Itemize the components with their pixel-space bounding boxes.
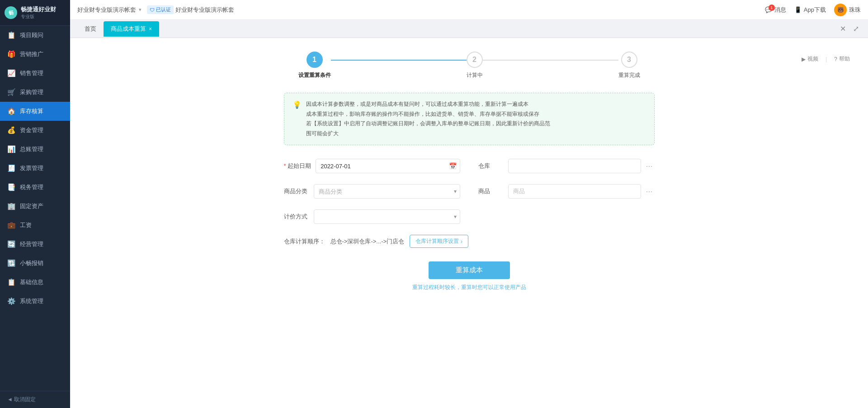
sidebar-item-tax[interactable]: 📑 税务管理 <box>0 178 70 197</box>
step-1: 1 设置重算条件 <box>298 52 331 79</box>
sidebar-item-accounting[interactable]: 📊 总账管理 <box>0 140 70 159</box>
step-2: 2 计算中 <box>467 52 483 79</box>
recalc-button[interactable]: 重算成本 <box>429 261 510 279</box>
help-icon: ? <box>834 56 837 62</box>
topbar-verified: 🛡 已认证 好业财专业版演示帐套 <box>147 5 234 14</box>
app-edition: 专业版 <box>21 14 56 20</box>
marketing-icon: 🎁 <box>7 50 15 58</box>
start-date-label: 起始日期 <box>284 162 311 170</box>
sidebar-item-marketing[interactable]: 🎁 营销推广 <box>0 45 70 64</box>
account-chevron-icon: ▾ <box>139 7 142 13</box>
app-download-action[interactable]: 📱 App下载 <box>794 6 826 14</box>
goods-label: 商品 <box>478 187 504 195</box>
sidebar-item-project[interactable]: 📋 项目顾问 <box>0 26 70 45</box>
warehouse-order-settings-button[interactable]: 仓库计算顺序设置 › <box>410 235 468 248</box>
step-2-label: 计算中 <box>467 71 483 79</box>
help-link[interactable]: ? 帮助 <box>834 55 850 63</box>
main-content: 好业财专业版演示帐套 ▾ 🛡 已认证 好业财专业版演示帐套 💬 1 消息 📱 A… <box>70 0 868 408</box>
tab-active-label: 商品成本重算 <box>111 25 146 33</box>
user-profile[interactable]: 🐻 珠珠 <box>834 4 861 16</box>
tab-cost-recalc[interactable]: 商品成本重算 × <box>104 21 159 37</box>
sidebar-item-label: 库存核算 <box>20 107 43 115</box>
info-line1: 因成本计算参数调整，或是对商品成本有疑问时，可以通过成本重算功能，重新计算一遍成… <box>306 100 550 109</box>
sidebar-item-label: 采购管理 <box>20 88 43 96</box>
sidebar-nav: 📋 项目顾问 🎁 营销推广 📈 销售管理 🛒 采购管理 🏠 库存核算 💰 资金管… <box>0 26 70 391</box>
sidebar-item-assets[interactable]: 🏢 固定资产 <box>0 197 70 216</box>
goods-dots-button[interactable]: ··· <box>644 187 654 196</box>
sidebar-item-label: 项目顾问 <box>20 31 43 39</box>
tab-home-label: 首页 <box>85 25 96 32</box>
sidebar-item-label: 发票管理 <box>20 164 43 172</box>
topbar-account[interactable]: 好业财专业版演示帐套 ▾ <box>77 6 142 14</box>
price-method-label: 计价方式 <box>284 213 309 221</box>
sidebar-item-finance[interactable]: 💰 资金管理 <box>0 121 70 140</box>
sidebar-item-label: 固定资产 <box>20 202 43 210</box>
sidebar-item-system[interactable]: ⚙️ 系统管理 <box>0 292 70 311</box>
verified-account-text: 好业财专业版演示帐套 <box>175 6 234 14</box>
field-category: 商品分类 商品分类 ▾ <box>284 184 460 199</box>
ops-icon: 🔄 <box>7 240 15 248</box>
sidebar-item-label: 经营管理 <box>20 240 43 248</box>
project-icon: 📋 <box>7 31 15 39</box>
step-connector-2 <box>483 60 618 61</box>
step-1-circle: 1 <box>307 52 323 68</box>
start-date-input-wrap: 📅 <box>316 159 460 173</box>
message-action[interactable]: 💬 1 消息 <box>765 6 786 14</box>
purchase-icon: 🛒 <box>7 88 15 96</box>
sidebar-item-basic[interactable]: 📋 基础信息 <box>0 273 70 292</box>
warehouse-order-label: 仓库计算顺序： <box>284 237 325 246</box>
sidebar-unpin[interactable]: ◄ 取消固定 <box>0 391 70 408</box>
message-count-badge: 1 <box>769 5 775 11</box>
step-1-label: 设置重算条件 <box>298 71 331 79</box>
phone-icon: 📱 <box>794 6 802 13</box>
tax-icon: 📑 <box>7 183 15 191</box>
tab-close-button[interactable]: × <box>149 26 152 32</box>
invoice-icon: 🧾 <box>7 164 15 172</box>
app-logo: 畅 <box>5 6 17 19</box>
sidebar-item-purchase[interactable]: 🛒 采购管理 <box>0 83 70 102</box>
warehouse-dots-button[interactable]: ··· <box>644 161 654 171</box>
form-area: 起始日期 📅 仓库 ··· 商品分类 <box>284 159 655 291</box>
assets-icon: 🏢 <box>7 202 15 210</box>
app-download-label: App下载 <box>804 6 826 14</box>
sidebar-item-ops[interactable]: 🔄 经营管理 <box>0 235 70 254</box>
warehouse-placeholder <box>508 159 642 173</box>
sidebar-item-payroll[interactable]: 💼 工资 <box>0 216 70 235</box>
field-goods: 商品 商品 ··· <box>478 184 655 199</box>
sidebar-item-label: 资金管理 <box>20 126 43 134</box>
sidebar-item-label: 税务管理 <box>20 183 43 191</box>
sidebar-item-expense[interactable]: 🔃 小畅报销 <box>0 254 70 273</box>
category-select[interactable]: 商品分类 <box>314 184 460 199</box>
tab-expand-button[interactable]: ⤢ <box>851 23 861 35</box>
sidebar-item-label: 系统管理 <box>20 297 43 305</box>
system-icon: ⚙️ <box>7 297 15 305</box>
start-date-input[interactable] <box>316 159 460 173</box>
user-name: 珠珠 <box>849 6 861 14</box>
message-label: 消息 <box>774 6 786 14</box>
sidebar-item-invoice[interactable]: 🧾 发票管理 <box>0 159 70 178</box>
sidebar-item-inventory[interactable]: 🏠 库存核算 <box>0 102 70 121</box>
tab-close-window-button[interactable]: ✕ <box>838 23 848 35</box>
sidebar-item-label: 工资 <box>20 221 32 229</box>
page-content: 1 设置重算条件 2 计算中 3 重算完成 ▶ 视频 <box>70 38 868 408</box>
price-method-select[interactable] <box>314 209 460 224</box>
inventory-icon: 🏠 <box>7 107 15 115</box>
field-price-method: 计价方式 ▾ <box>284 209 460 224</box>
step-3: 3 重算完成 <box>618 52 640 79</box>
field-start-date: 起始日期 📅 <box>284 159 460 173</box>
video-link[interactable]: ▶ 视频 <box>802 55 818 63</box>
form-row-2: 商品分类 商品分类 ▾ 商品 商品 ··· <box>284 184 655 199</box>
info-box: 💡 因成本计算参数调整，或是对商品成本有疑问时，可以通过成本重算功能，重新计算一… <box>284 93 655 145</box>
shield-icon: 🛡 <box>150 7 155 13</box>
warehouse-order-row: 仓库计算顺序： 总仓->深圳仓库->...->门店仓 仓库计算顺序设置 › <box>284 235 655 248</box>
tab-home[interactable]: 首页 <box>77 21 104 37</box>
recalc-note: 重算过程耗时较长，重算时您可以正常使用产品 <box>284 284 655 291</box>
sidebar-item-label: 营销推广 <box>20 50 43 58</box>
avatar: 🐻 <box>834 4 847 16</box>
sidebar-item-label: 基础信息 <box>20 278 43 286</box>
calendar-icon[interactable]: 📅 <box>449 162 457 170</box>
payroll-icon: 💼 <box>7 221 15 229</box>
warehouse-settings-label: 仓库计算顺序设置 <box>415 237 459 245</box>
sidebar-item-label: 总账管理 <box>20 145 43 153</box>
sidebar-item-sales[interactable]: 📈 销售管理 <box>0 64 70 83</box>
